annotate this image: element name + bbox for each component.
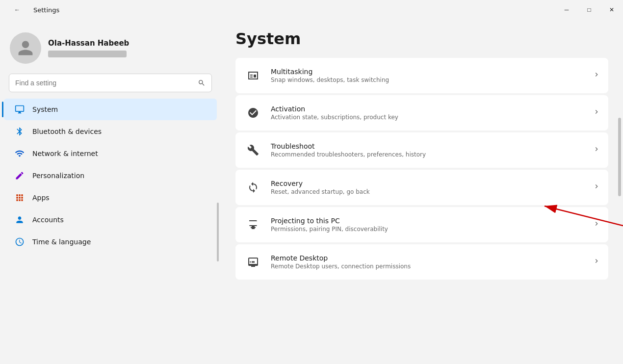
activation-icon xyxy=(243,103,263,123)
multitasking-text: Multitasking Snap windows, desktops, tas… xyxy=(271,68,593,83)
troubleshoot-text: Troubleshoot Recommended troubleshooters… xyxy=(271,142,593,158)
activation-chevron xyxy=(593,108,600,118)
projecting-text: Projecting to this PC Permissions, pairi… xyxy=(271,217,593,233)
sidebar-item-apps[interactable]: Apps xyxy=(4,187,217,208)
main-scrollbar[interactable] xyxy=(618,118,621,196)
wrench-icon xyxy=(243,140,263,160)
sidebar-item-accounts-label: Accounts xyxy=(32,216,64,224)
recovery-icon xyxy=(243,178,263,197)
main-content-wrapper: System Multitasking Snap windows, deskto… xyxy=(221,20,623,364)
recovery-chevron xyxy=(593,182,600,192)
multitasking-subtitle: Snap windows, desktops, task switching xyxy=(271,77,593,83)
projecting-icon xyxy=(243,215,263,234)
avatar xyxy=(10,32,41,64)
wifi-icon xyxy=(14,148,26,159)
settings-item-activation[interactable]: Activation Activation state, subscriptio… xyxy=(235,95,608,130)
multitasking-icon xyxy=(243,66,263,85)
settings-list: Multitasking Snap windows, desktops, tas… xyxy=(235,58,608,280)
remote-desktop-subtitle: Remote Desktop users, connection permiss… xyxy=(271,263,593,270)
projecting-subtitle: Permissions, pairing PIN, discoverabilit… xyxy=(271,226,593,233)
recovery-subtitle: Reset, advanced startup, go back xyxy=(271,188,593,195)
recovery-text: Recovery Reset, advanced startup, go bac… xyxy=(271,180,593,195)
sidebar-item-network-label: Network & internet xyxy=(32,150,98,157)
page-title: System xyxy=(235,29,608,48)
remote-desktop-icon xyxy=(243,252,263,272)
person-icon xyxy=(17,39,34,57)
projecting-chevron xyxy=(593,220,600,230)
app-title: Settings xyxy=(33,6,59,14)
accounts-icon xyxy=(14,214,26,226)
sidebar-item-system[interactable]: System xyxy=(4,99,217,120)
remote-desktop-title: Remote Desktop xyxy=(271,254,593,262)
user-section[interactable]: Ola-Hassan Habeeb xyxy=(0,25,221,74)
settings-item-projecting[interactable]: Projecting to this PC Permissions, pairi… xyxy=(235,207,608,242)
user-info: Ola-Hassan Habeeb xyxy=(48,39,129,57)
sidebar-scrollbar[interactable] xyxy=(217,203,219,261)
close-button[interactable]: ✕ xyxy=(600,0,623,20)
sidebar-nav: System Bluetooth & devices Network xyxy=(0,98,221,359)
apps-icon xyxy=(14,192,26,204)
titlebar-controls: ─ □ ✕ xyxy=(555,0,623,20)
remote-desktop-text: Remote Desktop Remote Desktop users, con… xyxy=(271,254,593,270)
multitasking-chevron xyxy=(593,71,600,80)
settings-item-multitasking[interactable]: Multitasking Snap windows, desktops, tas… xyxy=(235,58,608,93)
titlebar: ← Settings ─ □ ✕ xyxy=(0,0,623,20)
minimize-button[interactable]: ─ xyxy=(555,0,578,20)
settings-item-remote-desktop[interactable]: Remote Desktop Remote Desktop users, con… xyxy=(235,244,608,280)
sidebar-item-accounts[interactable]: Accounts xyxy=(4,209,217,231)
sidebar-item-bluetooth[interactable]: Bluetooth & devices xyxy=(4,121,217,142)
paint-icon xyxy=(14,170,26,182)
sidebar-item-personalization-label: Personalization xyxy=(32,172,84,180)
sidebar-item-apps-label: Apps xyxy=(32,194,50,202)
activation-title: Activation xyxy=(271,105,593,113)
search-icon xyxy=(198,79,206,87)
settings-item-troubleshoot[interactable]: Troubleshoot Recommended troubleshooters… xyxy=(235,132,608,168)
troubleshoot-subtitle: Recommended troubleshooters, preferences… xyxy=(271,151,593,158)
bluetooth-icon xyxy=(14,126,26,137)
titlebar-left: ← Settings xyxy=(6,0,59,20)
search-box[interactable] xyxy=(9,74,212,92)
monitor-icon xyxy=(14,104,26,115)
sidebar-item-system-label: System xyxy=(32,105,58,113)
sidebar: Ola-Hassan Habeeb System xyxy=(0,20,221,364)
troubleshoot-chevron xyxy=(593,145,600,155)
sidebar-item-bluetooth-label: Bluetooth & devices xyxy=(32,128,102,135)
remote-desktop-chevron xyxy=(593,257,600,267)
sidebar-item-time[interactable]: Time & language xyxy=(4,231,217,253)
activation-subtitle: Activation state, subscriptions, product… xyxy=(271,114,593,121)
troubleshoot-title: Troubleshoot xyxy=(271,142,593,150)
search-input[interactable] xyxy=(15,79,194,87)
multitasking-title: Multitasking xyxy=(271,68,593,76)
sidebar-item-personalization[interactable]: Personalization xyxy=(4,165,217,186)
app-body: Ola-Hassan Habeeb System xyxy=(0,20,623,364)
sidebar-item-time-label: Time & language xyxy=(32,238,91,246)
clock-icon xyxy=(14,236,26,248)
settings-item-recovery[interactable]: Recovery Reset, advanced startup, go bac… xyxy=(235,170,608,205)
user-account-bar xyxy=(48,51,127,57)
activation-text: Activation Activation state, subscriptio… xyxy=(271,105,593,121)
sidebar-item-network[interactable]: Network & internet xyxy=(4,143,217,164)
projecting-title: Projecting to this PC xyxy=(271,217,593,225)
main-scroll: System Multitasking Snap windows, deskto… xyxy=(221,20,623,364)
back-button[interactable]: ← xyxy=(6,0,28,20)
user-name: Ola-Hassan Habeeb xyxy=(48,39,129,48)
maximize-button[interactable]: □ xyxy=(578,0,600,20)
recovery-title: Recovery xyxy=(271,180,593,187)
